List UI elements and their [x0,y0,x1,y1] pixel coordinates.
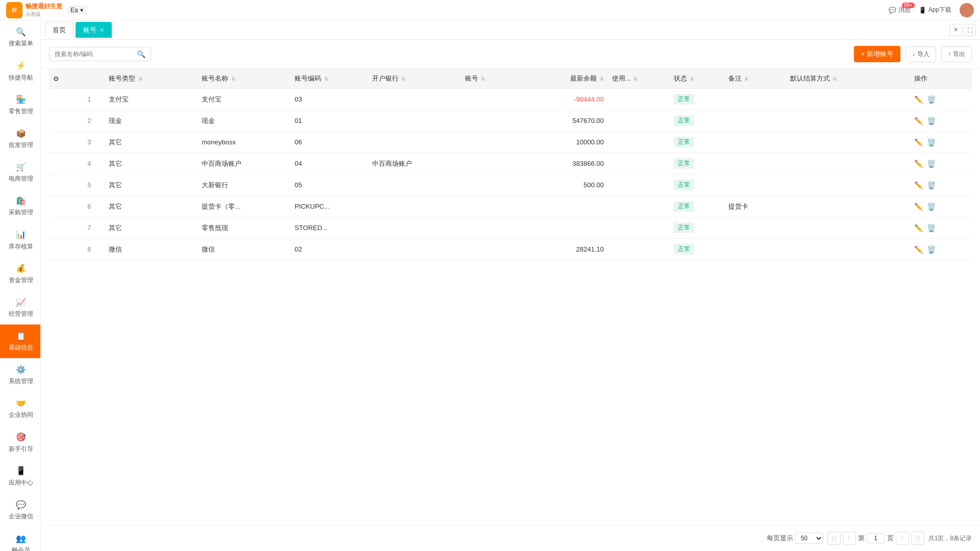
tab-home[interactable]: 首页 [45,22,74,38]
delete-button[interactable]: 🗑️ [927,245,936,254]
edit-button[interactable]: ✏️ [914,117,923,125]
enterprise-agreement-icon: 🤝 [16,398,26,409]
cell-bank [368,239,461,260]
cell-balance: 383866.00 [523,153,608,174]
th-remark[interactable]: 备注 ⇅ [724,69,786,89]
cell-status: 正常 [670,110,724,132]
last-page-button[interactable]: ⟩⟩ [911,532,924,545]
edit-button[interactable]: ✏️ [914,245,923,254]
import-icon: ↓ [912,51,915,58]
search-input[interactable] [55,51,134,58]
cell-action: ✏️ 🗑️ [910,89,972,110]
cell-config [49,153,74,174]
sidebar-item-system-mgmt[interactable]: ⚙️ 系统管理 [0,358,40,392]
cell-default-settle [786,89,910,110]
avatar[interactable] [960,3,974,17]
cell-balance [523,217,608,239]
business-mgmt-icon: 📈 [16,297,26,308]
delete-button[interactable]: 🗑️ [927,95,936,104]
first-page-button[interactable]: ⟨⟨ [827,532,841,545]
next-page-button[interactable]: ⟩ [896,532,909,545]
cell-account [461,132,523,153]
cell-action: ✏️ 🗑️ [910,174,972,196]
edit-button[interactable]: ✏️ [914,138,923,146]
tab-home-label: 首页 [53,26,66,35]
sidebar-item-ecommerce-mgmt[interactable]: 🛒 电商管理 [0,156,40,189]
store-selector[interactable]: Ea ▾ [66,5,87,15]
sidebar-item-enterprise-agreement[interactable]: 🤝 企业协同 [0,392,40,425]
page-input[interactable] [867,533,885,543]
th-config[interactable]: ⚙ [49,69,74,89]
retail-mgmt-icon: 🏪 [16,94,26,105]
logo-text: 畅捷通好生意 乐惠版 [26,2,62,18]
delete-button[interactable]: 🗑️ [927,224,936,232]
window-maximize-button[interactable]: ⛶ [964,24,976,36]
sidebar-label-enterprise-wechat: 企业微信 [9,512,33,521]
th-bank[interactable]: 开户银行 ⇅ [368,69,461,89]
sidebar-item-retail-mgmt[interactable]: 🏪 零售管理 [0,88,40,121]
sidebar-item-member[interactable]: 👥 畅会员 [0,527,40,551]
edit-button[interactable]: ✏️ [914,160,923,168]
sidebar-item-business-mgmt[interactable]: 📈 经营管理 [0,291,40,324]
cell-num: 1 [74,89,105,110]
cell-default-settle [786,217,910,239]
th-default-settle[interactable]: 默认结算方式 ⇅ [786,69,910,89]
tab-account[interactable]: 账号 ✕ [76,22,112,38]
window-close-button[interactable]: ✕ [949,24,962,36]
sidebar-item-enterprise-wechat[interactable]: 💬 企业微信 [0,493,40,527]
edit-button[interactable]: ✏️ [914,203,923,211]
export-button[interactable]: ↑ 导出 [941,46,972,62]
search-box[interactable]: 🔍 [49,47,151,61]
cell-code: 05 [290,174,368,196]
app-download-button[interactable]: 📱 App下载 [919,6,951,14]
sidebar-item-inventory-mgmt[interactable]: 📊 库存核算 [0,223,40,257]
cell-config [49,239,74,260]
delete-button[interactable]: 🗑️ [927,117,936,125]
import-button[interactable]: ↓ 导入 [905,46,936,62]
edit-button[interactable]: ✏️ [914,224,923,232]
page-size-dropdown[interactable]: 50 100 200 [795,533,823,544]
sidebar-item-basic-info[interactable]: 📋 基础信息 [0,324,40,358]
th-status[interactable]: 状态 ⇅ [670,69,724,89]
cell-usage [608,89,670,110]
cell-usage [608,110,670,132]
delete-button[interactable]: 🗑️ [927,203,936,211]
delete-button[interactable]: 🗑️ [927,138,936,146]
cell-balance: 547670.00 [523,110,608,132]
edit-button[interactable]: ✏️ [914,181,923,189]
cell-action: ✏️ 🗑️ [910,217,972,239]
cell-num: 2 [74,110,105,132]
sidebar-item-app-center[interactable]: 📱 应用中心 [0,459,40,493]
cell-remark: 提货卡 [724,196,786,217]
th-usage[interactable]: 使用... ⇅ [608,69,670,89]
sidebar-item-newbie-guide[interactable]: 🎯 新手引导 [0,425,40,459]
edit-button[interactable]: ✏️ [914,95,923,104]
message-button[interactable]: 💬 消息 99+ [889,6,911,14]
sidebar-item-search-menu[interactable]: 🔍 搜索菜单 [0,20,40,54]
delete-button[interactable]: 🗑️ [927,160,936,168]
prev-page-button[interactable]: ⟨ [843,532,856,545]
sidebar-item-purchase-mgmt[interactable]: 🛍️ 采购管理 [0,189,40,223]
th-name[interactable]: 账号名称 ⇅ [198,69,290,89]
message-icon: 💬 [889,7,896,14]
store-name: Ea [70,7,78,14]
sidebar-item-finance-mgmt[interactable]: 💰 资金管理 [0,257,40,290]
th-code[interactable]: 账号编码 ⇅ [290,69,368,89]
sidebar-item-quick-nav[interactable]: ⚡ 快捷导航 [0,54,40,88]
cell-code: 06 [290,132,368,153]
th-account[interactable]: 账号 ⇅ [461,69,523,89]
th-balance[interactable]: 最新余额 ⇅ [523,69,608,89]
delete-button[interactable]: 🗑️ [927,181,936,189]
cell-name: 大新银行 [198,174,290,196]
cell-remark [724,110,786,132]
message-badge: 99+ [902,3,915,8]
cell-action: ✏️ 🗑️ [910,132,972,153]
cell-account [461,89,523,110]
add-account-button[interactable]: + 新增账号 [854,46,900,62]
cell-usage [608,153,670,174]
sidebar-item-wholesale-mgmt[interactable]: 📦 批发管理 [0,122,40,156]
sidebar-label-system-mgmt: 系统管理 [9,377,33,386]
th-type[interactable]: 账号类型 ⇅ [105,69,198,89]
tab-close-button[interactable]: ✕ [100,27,104,34]
th-num [74,69,105,89]
